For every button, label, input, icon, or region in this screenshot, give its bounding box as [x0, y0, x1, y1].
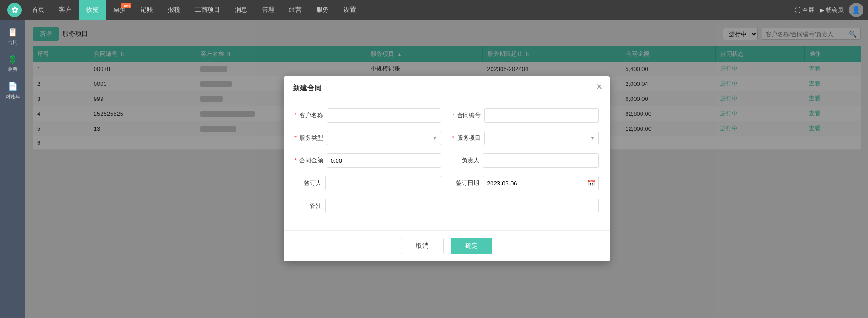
- nav-operation[interactable]: 经营: [282, 0, 309, 20]
- sidebar-label-contract: 合同: [8, 39, 18, 46]
- fullscreen-button[interactable]: ⛶ 全屏: [795, 6, 814, 14]
- signer-field: 签订人: [294, 176, 441, 190]
- form-row-2: * 服务类型 ▼ * 服务项目: [294, 131, 599, 145]
- customer-name-field: * 客户名称: [294, 108, 441, 123]
- modal-header: 新建合同: [284, 76, 610, 99]
- sign-date-field: 签订日期 📅: [452, 176, 599, 190]
- form-row-3: * 合同金额 负责人: [294, 153, 599, 168]
- cancel-button[interactable]: 取消: [401, 238, 444, 254]
- nav-billing[interactable]: 收费: [79, 0, 106, 20]
- sign-date-input[interactable]: [483, 176, 599, 190]
- signer-label: 签订人: [294, 179, 322, 187]
- service-type-select[interactable]: [327, 131, 441, 145]
- create-contract-modal: 新建合同 ✕ * 客户名称 * 合同编号: [284, 76, 610, 261]
- responsible-field: 负责人: [452, 153, 599, 168]
- logo-icon: ✿: [7, 3, 22, 17]
- form-row-4: 签订人 签订日期 📅: [294, 176, 599, 190]
- fullscreen-icon: ⛶: [795, 7, 800, 14]
- avatar[interactable]: 👤: [849, 3, 863, 17]
- new-badge: new: [121, 3, 131, 8]
- contract-no-input[interactable]: [484, 108, 599, 123]
- signer-input[interactable]: [325, 176, 441, 190]
- customer-name-input[interactable]: [327, 108, 441, 123]
- service-item-label: * 服务项目: [452, 134, 481, 142]
- sign-date-wrapper: 📅: [483, 176, 599, 190]
- play-icon: ▶: [820, 7, 824, 14]
- required-star: *: [294, 157, 297, 164]
- sidebar-item-contract[interactable]: 📋 合同: [1, 24, 24, 49]
- contract-no-label: * 合同编号: [452, 111, 481, 119]
- contract-no-field: * 合同编号: [452, 108, 599, 123]
- calendar-icon[interactable]: 📅: [588, 180, 595, 187]
- member-button[interactable]: ▶ 畅会员: [820, 6, 844, 14]
- sign-date-label: 签订日期: [452, 179, 479, 187]
- nav-items: 首页 客户 收费 票据 new 记账 报税 工商项目 消息 管理 经营 服务 设…: [24, 0, 795, 20]
- modal-title: 新建合同: [293, 84, 322, 92]
- nav-message[interactable]: 消息: [227, 0, 255, 20]
- sidebar-item-statement[interactable]: 📄 对账单: [1, 78, 24, 103]
- service-item-field: * 服务项目 ▼: [452, 131, 599, 145]
- modal-footer: 取消 确定: [284, 230, 610, 261]
- app-logo: ✿: [5, 0, 24, 20]
- confirm-button[interactable]: 确定: [451, 238, 492, 254]
- service-type-label: * 服务类型: [294, 134, 323, 142]
- nav-tax[interactable]: 报税: [160, 0, 188, 20]
- sidebar: 📋 合同 💲 收费 📄 对账单: [0, 20, 25, 318]
- customer-name-label: * 客户名称: [294, 111, 323, 119]
- sidebar-item-billing[interactable]: 💲 收费: [1, 51, 24, 76]
- service-item-select[interactable]: [484, 131, 599, 145]
- required-star: *: [294, 134, 297, 141]
- required-star: *: [452, 112, 454, 119]
- nav-manage[interactable]: 管理: [255, 0, 282, 20]
- service-item-select-wrapper: ▼: [484, 131, 599, 145]
- modal-close-button[interactable]: ✕: [596, 82, 603, 92]
- top-navigation: ✿ 首页 客户 收费 票据 new 记账 报税 工商项目 消息 管理 经营 服务…: [0, 0, 868, 20]
- nav-business[interactable]: 工商项目: [188, 0, 227, 20]
- nav-invoice[interactable]: 票据 new: [106, 0, 133, 20]
- form-row-1: * 客户名称 * 合同编号: [294, 108, 599, 123]
- nav-home[interactable]: 首页: [24, 0, 52, 20]
- remark-field: 备注: [294, 199, 599, 213]
- nav-settings[interactable]: 设置: [336, 0, 363, 20]
- responsible-input[interactable]: [483, 153, 599, 168]
- sidebar-label-billing: 收费: [8, 66, 18, 73]
- modal-body: * 客户名称 * 合同编号 * 服: [284, 99, 610, 230]
- billing-icon: 💲: [8, 54, 18, 64]
- form-row-5: 备注: [294, 199, 599, 213]
- statement-icon: 📄: [8, 81, 18, 91]
- responsible-label: 负责人: [452, 157, 479, 165]
- required-star: *: [294, 112, 297, 119]
- service-type-field: * 服务类型 ▼: [294, 131, 441, 145]
- nav-service[interactable]: 服务: [309, 0, 336, 20]
- amount-label: * 合同金额: [294, 157, 323, 165]
- modal-overlay: 新建合同 ✕ * 客户名称 * 合同编号: [25, 20, 868, 318]
- contract-icon: 📋: [8, 27, 18, 37]
- nav-customer[interactable]: 客户: [52, 0, 79, 20]
- remark-input[interactable]: [325, 199, 599, 213]
- user-icon: 👤: [852, 6, 861, 14]
- amount-field: * 合同金额: [294, 153, 441, 168]
- sidebar-label-statement: 对账单: [5, 93, 20, 100]
- nav-bookkeeping[interactable]: 记账: [133, 0, 160, 20]
- service-type-select-wrapper: ▼: [327, 131, 441, 145]
- required-star: *: [452, 134, 454, 141]
- topnav-right: ⛶ 全屏 ▶ 畅会员 👤: [795, 3, 863, 17]
- remark-label: 备注: [294, 202, 322, 210]
- amount-input[interactable]: [327, 153, 441, 168]
